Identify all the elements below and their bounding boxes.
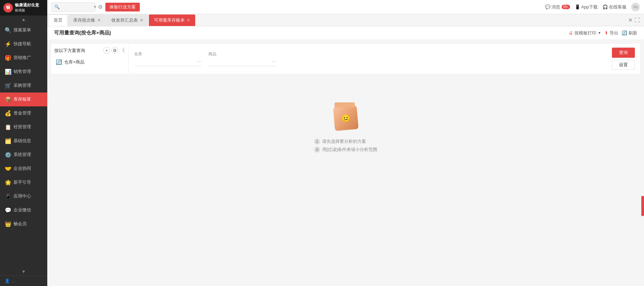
filter-header-icons: + ⚙ 《 [103,47,125,54]
filter-action-buttons: 查询 设置 [612,48,635,70]
app-download-button[interactable]: 📱 App下载 [575,4,598,10]
tab-inventory-summary-label: 收发存汇总表 [111,17,138,23]
sidebar-item-system[interactable]: ⚙️ 系统管理 [0,148,47,162]
hint-num-1: 1 [314,138,320,145]
empty-box-graphic: 😐 [333,105,359,131]
sidebar-item-label: 经营管理 [14,124,31,130]
industry-solution-button[interactable]: 体验行业方案 [105,3,140,11]
hint-item-2: 2 用[过滤]条件来缩小分析范围 [314,147,377,153]
tab-batch-ledger[interactable]: 库存批次账 ✕ [68,15,106,26]
sidebar-item-label: 企业微信 [14,207,31,213]
empty-illustration: 😐 [329,101,363,135]
scheme-settings-button[interactable]: ⚙ [111,47,118,54]
tab-home[interactable]: 首页 [49,15,68,26]
topbar-dropdown-icon[interactable]: ▼ [93,4,97,9]
user-profile[interactable]: Rit [631,3,640,11]
tab-close-icon[interactable]: ✕ [187,18,190,23]
sidebar-item-app[interactable]: 📱 应用中心 [0,189,47,203]
empty-state: 😐 1 请先选择要分析的方案 2 用[过滤]条件来缩小分析范围 [47,74,644,180]
goods-input[interactable] [208,59,270,64]
empty-hints: 1 请先选择要分析的方案 2 用[过滤]条件来缩小分析范围 [314,138,377,153]
sidebar-item-label: 新手引导 [14,179,31,185]
filter-settings-button[interactable]: 设置 [612,60,635,70]
search-icon: 🔍 [5,27,11,33]
sidebar-item-sales[interactable]: 📊 销售管理 [0,65,47,79]
online-service-button[interactable]: 🎧 在线客服 [602,4,626,10]
refresh-button[interactable]: 🔄 刷新 [622,30,637,36]
gear-icon: ⚙️ [5,152,11,158]
sidebar-item-shortcut[interactable]: ⚡ 快捷导航 [0,37,47,51]
gift-icon: 🎁 [5,55,11,61]
goods-field: 商品 ··· [208,51,276,66]
tabs-right-controls: ✕ ⛶ [628,17,643,23]
filter-fields-panel: 仓库 ··· 商品 ··· 查询 设置 [129,44,640,74]
tab-close-icon[interactable]: ✕ [97,18,101,23]
hint-text-2: 用[过滤]条件来缩小分析范围 [322,147,377,153]
box-icon: 📦 [5,96,11,103]
query-button[interactable]: 查询 [612,48,635,58]
crown-icon: 👑 [5,221,11,227]
scroll-down-arrow[interactable]: ▼ [0,268,47,276]
sidebar-item-label: 基础信息 [14,138,31,144]
print-button[interactable]: 🖨 按模板打印 ▼ [569,30,601,36]
page-header-actions: 🖨 按模板打印 ▼ ⬆ 导出 🔄 刷新 [569,30,637,36]
footer-username: ... [12,279,15,283]
tab-maximize-button[interactable]: ⛶ [635,17,640,23]
filter-scheme-title: 按以下方案查询 [54,48,85,54]
message-button[interactable]: 💬 消息 99+ [545,4,570,10]
print-icon: 🖨 [569,30,573,35]
add-scheme-button[interactable]: + [103,47,110,54]
message-badge: 99+ [562,5,570,9]
sidebar-item-operation[interactable]: 📋 经营管理 [0,120,47,134]
collapse-icon[interactable]: 《 [120,47,125,54]
sidebar-item-search[interactable]: 🔍 搜索菜单 [0,23,47,37]
tab-available-ledger[interactable]: 可用量库存账本 ✕ [149,15,195,26]
sidebar-item-finance[interactable]: 💰 资金管理 [0,106,47,120]
sidebar-item-enterprise[interactable]: 🤝 企业协同 [0,162,47,176]
chat-icon: 💬 [5,207,11,213]
sidebar-item-basic[interactable]: 🗂️ 基础信息 [0,134,47,148]
sidebar-item-purchase[interactable]: 🛒 采购管理 [0,79,47,93]
sidebar-item-guide[interactable]: 🌟 新手引导 [0,176,47,189]
tab-close-window-button[interactable]: ✕ [628,17,633,23]
page-header: 可用量查询(按仓库+商品) 🖨 按模板打印 ▼ ⬆ 导出 🔄 刷新 [47,26,644,40]
warehouse-label: 仓库 [134,51,202,57]
sidebar-footer: 👤 ... [0,276,47,286]
sidebar-item-label: 库存核算 [14,96,31,102]
sidebar-item-label: 销售管理 [14,69,31,75]
scroll-up-arrow[interactable]: ▲ [0,16,47,23]
topbar-right-actions: 💬 消息 99+ 📱 App下载 🎧 在线客服 Rit [545,3,640,11]
sidebar-item-inventory[interactable]: 📦 库存核算 [0,93,47,106]
sidebar-item-wechat[interactable]: 💬 企业微信 [0,203,47,217]
sidebar-item-label: 搜索菜单 [14,27,31,33]
print-label: 按模板打印 [574,30,596,36]
sidebar-item-label: 企业协同 [14,165,31,172]
tab-close-icon[interactable]: ✕ [140,18,143,23]
warehouse-more-icon[interactable]: ··· [197,58,202,64]
refresh-icon: 🔄 [622,30,627,35]
export-button[interactable]: ⬆ 导出 [604,30,618,36]
sidebar-item-vip[interactable]: 👑 畅会员 [0,217,47,231]
filter-panel: 按以下方案查询 + ⚙ 《 🔄 仓库+商品 仓库 [51,43,641,74]
sidebar: 畅 畅康通好生意 标准版 ▲ 🔍 搜索菜单 ⚡ 快捷导航 🎁 营销推广 📊 销售… [0,0,47,286]
goods-input-container: ··· [208,58,276,66]
warehouse-input[interactable] [134,59,196,64]
topbar-search-box[interactable]: 🔍 ▼ [51,2,95,12]
topbar-search-input[interactable] [61,5,92,9]
print-dropdown-icon[interactable]: ▼ [598,31,601,35]
shortcut-icon: ⚡ [5,41,11,47]
tab-available-ledger-label: 可用量库存账本 [154,17,185,23]
app-download-label: App下载 [581,4,598,10]
app-badge: 标准版 [15,8,39,13]
scheme-label: 仓库+商品 [64,59,84,65]
tab-inventory-summary[interactable]: 收发存汇总表 ✕ [106,15,148,26]
scheme-warehouse-goods[interactable]: 🔄 仓库+商品 [51,57,128,68]
main-content: 🔍 ▼ ⚙ 体验行业方案 💬 消息 99+ 📱 App下载 🎧 在线客服 [47,0,644,286]
sidebar-item-marketing[interactable]: 🎁 营销推广 [0,51,47,65]
right-scrollbar[interactable] [641,196,644,216]
scheme-sync-icon: 🔄 [56,59,62,65]
user-icon: 👤 [5,279,10,283]
goods-more-icon[interactable]: ··· [272,58,276,64]
topbar-gear-icon[interactable]: ⚙ [98,4,103,10]
avatar: Rit [631,3,640,11]
